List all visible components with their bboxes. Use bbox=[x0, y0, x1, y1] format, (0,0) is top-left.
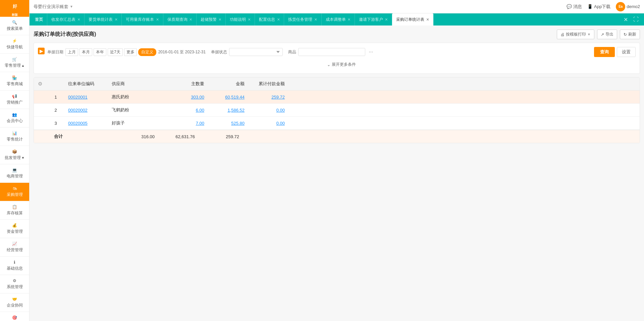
sidebar-item-purchase[interactable]: 🛍 采购管理 bbox=[0, 183, 29, 201]
tab-cost-adjust[interactable]: 成本调整单 × bbox=[322, 13, 355, 25]
table-footer: 合计 316.00 62,631.76 259.72 bbox=[34, 130, 640, 143]
sidebar-item-sys-mgmt[interactable]: ⚙ 系统管理 bbox=[0, 275, 29, 293]
date-btn-last-month[interactable]: 上月 bbox=[65, 48, 78, 56]
settings-button[interactable]: 设置 bbox=[617, 47, 636, 57]
account-dropdown[interactable]: 母婴行业演示账套 ▼ bbox=[34, 4, 73, 10]
status-filter-item: 单据状态 bbox=[211, 48, 283, 56]
sidebar-item-quick-nav[interactable]: ⚡ 快捷导航 bbox=[0, 35, 29, 54]
sidebar-item-label: 批发管理 bbox=[5, 155, 21, 161]
sidebar-item-label: 企业协同 bbox=[7, 303, 23, 308]
tab-close-icon[interactable]: × bbox=[248, 17, 251, 22]
sidebar-item-member[interactable]: 👥 会员中心 bbox=[0, 109, 29, 127]
filter-toggle-btn[interactable]: ▶ bbox=[38, 48, 45, 54]
amount-link[interactable]: 60,519.44 bbox=[225, 95, 245, 100]
sidebar-item-inventory[interactable]: 📋 库存核算 bbox=[0, 201, 29, 220]
tab-function-desc[interactable]: 功能说明 × bbox=[226, 13, 255, 25]
amount-link[interactable]: 1,586.52 bbox=[227, 108, 245, 113]
more-options-icon[interactable]: ··· bbox=[367, 49, 374, 55]
sidebar-item-retail[interactable]: 🛒 零售管理 ▲ bbox=[0, 54, 29, 72]
expand-more-btn[interactable]: ⌄ 展开更多条件 bbox=[47, 60, 636, 69]
row-paid-cell: 0.00 bbox=[249, 104, 289, 117]
sidebar-item-finance[interactable]: 💰 资金管理 bbox=[0, 220, 29, 238]
tab-label: 采购订单统计表 bbox=[396, 17, 424, 22]
code-link[interactable]: 00020005 bbox=[68, 121, 88, 126]
code-link[interactable]: 00020002 bbox=[68, 108, 88, 113]
tab-receipt-summary[interactable]: 收发存汇总表 × bbox=[47, 13, 85, 25]
tab-close-icon[interactable]: × bbox=[219, 17, 221, 22]
app-logo[interactable]: 好 标版 bbox=[0, 0, 29, 17]
tab-close-icon[interactable]: × bbox=[190, 17, 192, 22]
sidebar-item-operations[interactable]: 📈 经营管理 bbox=[0, 238, 29, 257]
tab-overstock-warning[interactable]: 超储预警 × bbox=[197, 13, 226, 25]
sidebar-item-ecommerce[interactable]: 💻 电商管理 bbox=[0, 164, 29, 183]
tab-label: 保质期查询 bbox=[167, 17, 187, 22]
table-row[interactable]: 1 00020001 惠氏奶粉 303.00 60,519.44 259.72 bbox=[34, 91, 640, 104]
message-btn[interactable]: 💬 消息 bbox=[567, 4, 582, 10]
tab-close-icon[interactable]: × bbox=[426, 17, 429, 22]
svg-text:好: 好 bbox=[12, 4, 17, 9]
sidebar-item-retail-stats[interactable]: 📊 零售统计 bbox=[0, 127, 29, 146]
qty-link[interactable]: 6.00 bbox=[196, 108, 204, 113]
sidebar-item-basic-info[interactable]: ℹ 基础信息 bbox=[0, 257, 29, 275]
tab-close-icon[interactable]: × bbox=[348, 17, 351, 22]
tab-home[interactable]: 首页 bbox=[31, 13, 47, 25]
sidebar-item-retail-mall[interactable]: 🏪 零售商城 bbox=[0, 72, 29, 91]
tab-close-icon[interactable]: × bbox=[385, 17, 388, 22]
export-button[interactable]: ↗ 导出 bbox=[597, 30, 617, 39]
tab-close-icon[interactable]: × bbox=[156, 17, 159, 22]
tab-invite-downstream[interactable]: 邀请下游客户 × bbox=[355, 13, 392, 25]
code-link[interactable]: 00020001 bbox=[68, 95, 88, 100]
date-btn-custom[interactable]: 自定义 bbox=[138, 48, 156, 56]
date-btn-7days[interactable]: 近7天 bbox=[108, 48, 123, 56]
tab-close-icon[interactable]: × bbox=[77, 17, 80, 22]
table-settings-icon[interactable]: ⚙ bbox=[38, 81, 42, 87]
print-button[interactable]: 🖨 按模板打印 ▼ bbox=[557, 30, 594, 39]
tab-picking-task[interactable]: 拣货任务管理 × bbox=[284, 13, 321, 25]
tab-goods-stats[interactable]: 要货单统计表 × bbox=[85, 13, 122, 25]
tab-label: 收发存汇总表 bbox=[51, 17, 75, 22]
table-row[interactable]: 2 00020002 飞鹤奶粉 6.00 1,586.52 0.00 bbox=[34, 104, 640, 117]
qty-link[interactable]: 7.00 bbox=[196, 121, 204, 126]
tab-expiry-query[interactable]: 保质期查询 × bbox=[163, 13, 197, 25]
status-select[interactable] bbox=[229, 48, 283, 56]
qty-link[interactable]: 303.00 bbox=[191, 95, 204, 100]
date-custom-label: 自定义 bbox=[141, 50, 153, 54]
date-btn-this-year[interactable]: 本年 bbox=[94, 48, 106, 56]
col-code-header: 往来单位编码 bbox=[64, 77, 108, 91]
topbar: 母婴行业演示账套 ▼ 💬 消息 📱 App下载 Ea demo2 bbox=[30, 0, 644, 13]
paid-link[interactable]: 0.00 bbox=[276, 121, 285, 126]
app-download-btn[interactable]: 📱 App下载 bbox=[587, 4, 610, 10]
sidebar-item-wholesale[interactable]: 📦 批发管理 ▼ bbox=[0, 146, 29, 164]
message-icon: 💬 bbox=[567, 4, 572, 9]
table-card: ⚙ 往来单位编码 供应商 主数量 金额 累计付款金额 1 0002 bbox=[34, 77, 640, 143]
tab-inventory-account[interactable]: 可用量库存账本 × bbox=[122, 13, 163, 25]
tab-close-icon[interactable]: × bbox=[115, 17, 117, 22]
query-button[interactable]: 查询 bbox=[594, 47, 615, 57]
footer-paid: 259.72 bbox=[199, 134, 239, 139]
paid-link[interactable]: 0.00 bbox=[276, 108, 285, 113]
amount-link[interactable]: 525.80 bbox=[231, 121, 245, 126]
topbar-left: 母婴行业演示账套 ▼ bbox=[34, 4, 73, 10]
row-paid-cell: 0.00 bbox=[249, 117, 289, 130]
tab-config-info[interactable]: 配置信息 × bbox=[255, 13, 284, 25]
close-tab-btn[interactable]: ✕ bbox=[622, 16, 629, 23]
refresh-button[interactable]: ↻ 刷新 bbox=[620, 30, 640, 39]
row-supplier-cell: 惠氏奶粉 bbox=[108, 91, 175, 104]
date-btn-more[interactable]: 更多 bbox=[124, 48, 137, 56]
print-dropdown-icon: ▼ bbox=[587, 33, 591, 36]
maximize-tab-btn[interactable]: ⛶ bbox=[632, 16, 640, 23]
tab-close-icon[interactable]: × bbox=[277, 17, 280, 22]
goods-input[interactable] bbox=[298, 48, 365, 56]
table-row[interactable]: 3 00020005 好孩子 7.00 525.80 0.00 bbox=[34, 117, 640, 130]
user-profile-btn[interactable]: Ea demo2 bbox=[616, 2, 640, 11]
paid-link[interactable]: 259.72 bbox=[271, 95, 285, 100]
tab-purchase-stats[interactable]: 采购订单统计表 × bbox=[392, 13, 433, 25]
sidebar-item-search[interactable]: 🔍 搜索菜单 bbox=[0, 17, 29, 35]
message-label: 消息 bbox=[573, 4, 582, 10]
sidebar-item-new-guide[interactable]: 🎯 新手引导 bbox=[0, 312, 29, 321]
sidebar-item-marketing[interactable]: 📢 营销推广 bbox=[0, 91, 29, 109]
sidebar-item-enterprise-coop[interactable]: 🤝 企业协同 bbox=[0, 293, 29, 312]
tab-close-icon[interactable]: × bbox=[314, 17, 317, 22]
date-btn-this-month[interactable]: 本月 bbox=[79, 48, 92, 56]
sidebar-item-label: 系统管理 bbox=[7, 284, 23, 290]
